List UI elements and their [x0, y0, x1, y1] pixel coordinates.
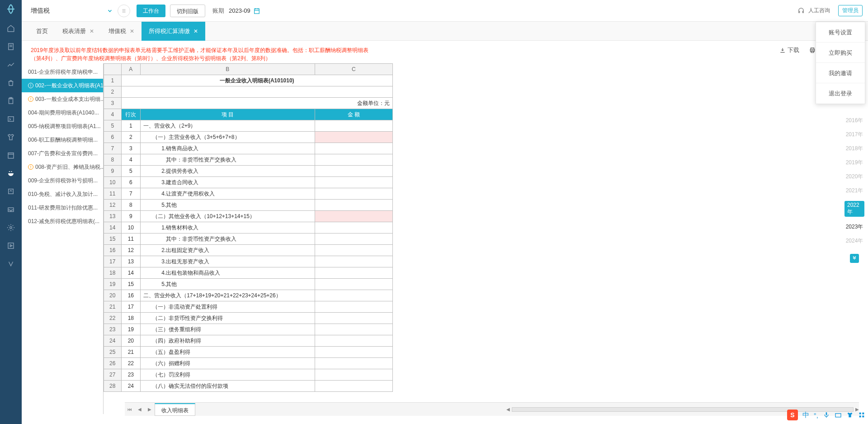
amount-cell[interactable]	[315, 177, 392, 188]
amount-cell[interactable]	[315, 313, 392, 324]
amount-cell[interactable]	[315, 347, 392, 358]
ime-logo-icon[interactable]: S	[787, 410, 798, 420]
row-header[interactable]: 4	[104, 109, 122, 120]
rownum-cell[interactable]: 11	[121, 233, 141, 245]
amount-cell[interactable]	[315, 222, 392, 233]
item-cell[interactable]: （三）债务重组利得	[141, 324, 315, 335]
row-header[interactable]: 21	[104, 301, 122, 313]
chart-icon[interactable]	[7, 61, 15, 69]
item-cell[interactable]: （五）盘盈利得	[141, 347, 315, 358]
amount-cell[interactable]	[315, 120, 392, 132]
dropdown-item-3[interactable]: 退出登录	[816, 83, 865, 104]
item-cell[interactable]: 2.出租固定资产收入	[141, 245, 315, 256]
consult-link[interactable]: 人工咨询	[808, 7, 830, 14]
row-header[interactable]: 8	[104, 154, 122, 166]
tree-item-11[interactable]: 012-减免所得税优惠明细表(...	[22, 214, 103, 228]
rownum-cell[interactable]: 23	[121, 369, 141, 381]
rownum-cell[interactable]: 6	[121, 177, 141, 188]
row-header[interactable]: 24	[104, 335, 122, 347]
item-cell[interactable]: 其中：非货币性资产交换收入	[141, 154, 315, 166]
ime-skin-icon[interactable]	[846, 411, 854, 419]
ime-keyboard-icon[interactable]	[835, 411, 842, 419]
workbench-button[interactable]: 工作台	[137, 5, 165, 17]
bowl-icon[interactable]	[7, 169, 15, 177]
ime-lang[interactable]: 中	[802, 411, 809, 419]
dropdown-item-0[interactable]: 账号设置	[816, 22, 865, 43]
year-2021年[interactable]: 2021年	[846, 187, 863, 195]
item-cell[interactable]: （一）非流动资产处置利得	[141, 301, 315, 313]
tree-item-6[interactable]: 007-广告费和业务宣传费跨...	[22, 147, 103, 160]
clipboard-icon[interactable]	[7, 97, 15, 105]
tab-close-icon[interactable]: ✕	[193, 22, 198, 41]
inbox-icon[interactable]	[7, 205, 15, 214]
document-icon[interactable]	[7, 43, 15, 51]
tree-item-2[interactable]: !003-一般企业成本支出明细...	[22, 92, 103, 106]
tab-close-icon[interactable]: ✕	[90, 22, 94, 41]
rownum-cell[interactable]: 9	[121, 211, 141, 222]
sheet-nav-prev[interactable]: ◀	[135, 405, 145, 414]
v-icon[interactable]	[7, 260, 15, 268]
item-cell[interactable]: 3.出租无形资产收入	[141, 256, 315, 267]
rownum-cell[interactable]: 17	[121, 301, 141, 313]
rownum-cell[interactable]: 12	[121, 245, 141, 256]
tree-item-1[interactable]: !002-一般企业收入明细表(A1...	[22, 79, 103, 92]
amount-cell[interactable]	[315, 188, 392, 200]
row-header[interactable]: 13	[104, 211, 122, 222]
ime-grid-icon[interactable]	[858, 411, 865, 419]
sheet-title[interactable]: 一般企业收入明细表(A101010)	[121, 75, 392, 86]
row-header[interactable]: 3	[104, 98, 122, 109]
col-header[interactable]: A	[121, 64, 141, 75]
row-header[interactable]: 2	[104, 86, 122, 98]
row-header[interactable]: 6	[104, 132, 122, 143]
rownum-cell[interactable]: 24	[121, 381, 141, 392]
row-header[interactable]: 17	[104, 256, 122, 267]
unit-cell[interactable]: 金额单位：元	[121, 98, 392, 109]
year-2024年[interactable]: 2024年	[846, 237, 863, 245]
rownum-cell[interactable]: 7	[121, 188, 141, 200]
play-icon[interactable]	[7, 242, 15, 250]
calendar-icon[interactable]	[7, 151, 15, 159]
tree-item-8[interactable]: 009-企业所得税弥补亏损明...	[22, 174, 103, 187]
tree-item-4[interactable]: 005-纳税调整项目明细表(A1...	[22, 119, 103, 133]
item-cell[interactable]: 4.出租包装物和商品收入	[141, 267, 315, 279]
rownum-cell[interactable]: 19	[121, 324, 141, 335]
corner-cell[interactable]	[104, 64, 122, 75]
tab-close-icon[interactable]: ✕	[130, 22, 134, 41]
col-header[interactable]: C	[315, 64, 392, 75]
amount-cell[interactable]	[315, 200, 392, 211]
year-collapse-icon[interactable]	[850, 254, 859, 263]
tree-item-5[interactable]: 006-职工薪酬纳税调整明细...	[22, 133, 103, 147]
row-header[interactable]: 7	[104, 143, 122, 154]
row-header[interactable]: 12	[104, 200, 122, 211]
empty-cell[interactable]	[121, 86, 392, 98]
tree-item-0[interactable]: 001-企业所得税年度纳税申...	[22, 65, 103, 79]
year-2019年[interactable]: 2019年	[846, 159, 863, 167]
row-header[interactable]: 26	[104, 358, 122, 369]
row-header[interactable]: 14	[104, 222, 122, 233]
dropdown-item-2[interactable]: 我的邀请	[816, 63, 865, 83]
rownum-cell[interactable]: 20	[121, 335, 141, 347]
tab-3[interactable]: 所得税汇算清缴✕	[142, 22, 205, 41]
amount-cell[interactable]	[315, 166, 392, 177]
row-header[interactable]: 16	[104, 245, 122, 256]
year-2022年[interactable]: 2022年	[844, 201, 864, 217]
rownum-cell[interactable]: 13	[121, 256, 141, 267]
rownum-cell[interactable]: 22	[121, 358, 141, 369]
rownum-cell[interactable]: 1	[121, 120, 141, 132]
tshirt-icon[interactable]	[7, 133, 15, 141]
amount-cell[interactable]	[315, 301, 392, 313]
col-header-C[interactable]: 金 额	[315, 109, 392, 120]
item-cell[interactable]: （七）罚没利得	[141, 369, 315, 381]
item-cell[interactable]: 一、营业收入（2+9）	[141, 120, 315, 132]
item-cell[interactable]: 2.提供劳务收入	[141, 166, 315, 177]
rownum-cell[interactable]: 14	[121, 267, 141, 279]
item-cell[interactable]: 5.其他	[141, 279, 315, 290]
sheet-nav-first[interactable]: ⏮	[125, 405, 135, 414]
rownum-cell[interactable]: 3	[121, 143, 141, 154]
tab-0[interactable]: 首页	[29, 22, 55, 41]
item-cell[interactable]: 4.让渡资产使用权收入	[141, 188, 315, 200]
item-cell[interactable]: （八）确实无法偿付的应付款项	[141, 381, 315, 392]
amount-cell[interactable]	[315, 324, 392, 335]
row-header[interactable]: 22	[104, 313, 122, 324]
row-header[interactable]: 28	[104, 381, 122, 392]
